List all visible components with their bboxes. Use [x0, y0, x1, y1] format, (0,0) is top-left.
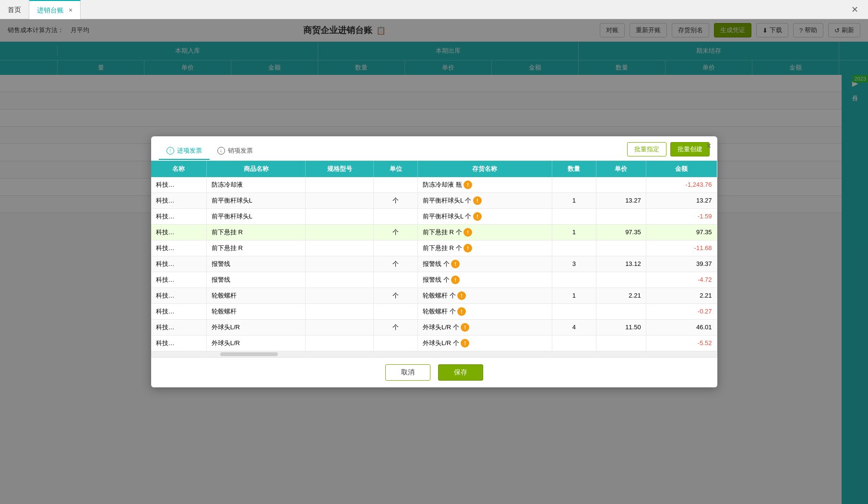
cell-unit — [374, 272, 417, 288]
th-spec: 规格型号 — [306, 161, 374, 177]
cell-spec — [306, 256, 374, 272]
cell-spec — [306, 208, 374, 224]
table-row[interactable]: 科技… 报警线 报警线 个 ! -4.72 — [151, 272, 717, 288]
table-row[interactable]: 科技… 前下悬挂 R 个 前下悬挂 R 个 ! 1 97.35 97.35 — [151, 224, 717, 240]
cell-spec — [306, 240, 374, 256]
tab-sales-invoice[interactable]: ↓ 销项发票 — [210, 143, 261, 160]
table-row[interactable]: 科技… 前平衡杆球头L 个 前平衡杆球头L 个 ! 1 13.27 13.27 — [151, 192, 717, 208]
cell-price — [596, 303, 646, 319]
cell-price: 2.21 — [596, 288, 646, 303]
tab-active-label: 进销台账 — [37, 0, 64, 20]
cell-unit — [374, 303, 417, 319]
horizontal-scrollbar[interactable] — [151, 351, 717, 357]
cell-stock-name: 外球头L/R 个 ! — [417, 335, 552, 351]
cell-stock-name: 防冻冷却液 瓶 ! — [417, 177, 552, 193]
tab-home[interactable]: 首页 — [0, 0, 29, 19]
table-row[interactable]: 科技… 轮毂螺杆 个 轮毂螺杆 个 ! 1 2.21 2.21 — [151, 288, 717, 303]
cell-name: 科技… — [151, 224, 207, 240]
warning-icon: ! — [464, 180, 472, 189]
modal-close-button[interactable]: × — [706, 141, 712, 151]
cell-price: 11.50 — [596, 319, 646, 335]
cell-amount: -1.59 — [646, 208, 717, 224]
cell-amount: -5.52 — [646, 335, 717, 351]
cell-stock-name: 前下悬挂 R 个 ! — [417, 240, 552, 256]
cell-name: 科技… — [151, 192, 207, 208]
batch-assign-button[interactable]: 批量指定 — [627, 142, 666, 156]
th-amount: 金额 — [646, 161, 717, 177]
cell-spec — [306, 272, 374, 288]
cell-name: 科技… — [151, 288, 207, 303]
table-row[interactable]: 科技… 报警线 个 报警线 个 ! 3 13.12 39.37 — [151, 256, 717, 272]
tab-purchase-invoice[interactable]: ↑ 进项发票 — [159, 143, 210, 160]
table-row[interactable]: 科技… 防冻冷却液 防冻冷却液 瓶 ! -1,243.76 — [151, 177, 717, 193]
cell-unit — [374, 208, 417, 224]
modal-dialog: ↑ 进项发票 ↓ 销项发票 批量指定 批量创建 × 名称 — [151, 136, 717, 387]
tab-active[interactable]: 进销台账 × — [29, 0, 81, 19]
tab-close-icon[interactable]: × — [69, 0, 72, 20]
cell-unit — [374, 335, 417, 351]
cell-product: 报警线 — [206, 272, 306, 288]
warning-icon: ! — [457, 291, 466, 300]
save-button[interactable]: 保存 — [438, 364, 483, 381]
cell-stock-name: 前平衡杆球头L 个 ! — [417, 208, 552, 224]
th-qty: 数量 — [552, 161, 596, 177]
cell-unit: 个 — [374, 224, 417, 240]
th-stock: 存货名称 — [417, 161, 552, 177]
cell-name: 科技… — [151, 272, 207, 288]
cell-qty — [552, 208, 596, 224]
table-row[interactable]: 科技… 轮毂螺杆 轮毂螺杆 个 ! -0.27 — [151, 303, 717, 319]
scroll-thumb[interactable] — [220, 352, 278, 356]
cell-price: 13.27 — [596, 192, 646, 208]
sales-tab-icon: ↓ — [217, 147, 225, 155]
table-row[interactable]: 科技… 外球头L/R 外球头L/R 个 ! -5.52 — [151, 335, 717, 351]
warning-icon: ! — [473, 212, 482, 221]
table-header-row: 名称 商品名称 规格型号 单位 存货名称 数量 单价 金额 — [151, 161, 717, 177]
cell-stock-name: 报警线 个 ! — [417, 256, 552, 272]
cell-unit — [374, 240, 417, 256]
cell-qty: 1 — [552, 288, 596, 303]
th-price: 单价 — [596, 161, 646, 177]
modal-header-actions: 批量指定 批量创建 — [627, 142, 710, 160]
cell-amount: 97.35 — [646, 224, 717, 240]
table-row[interactable]: 科技… 前平衡杆球头L 前平衡杆球头L 个 ! -1.59 — [151, 208, 717, 224]
cell-name: 科技… — [151, 319, 207, 335]
cell-spec — [306, 303, 374, 319]
cell-product: 轮毂螺杆 — [206, 288, 306, 303]
cell-qty: 1 — [552, 224, 596, 240]
cell-stock-name: 外球头L/R 个 ! — [417, 319, 552, 335]
window-close-button[interactable]: ✕ — [846, 4, 863, 15]
cell-amount: 46.01 — [646, 319, 717, 335]
cell-stock-name: 报警线 个 ! — [417, 272, 552, 288]
table-row[interactable]: 科技… 前下悬挂 R 前下悬挂 R 个 ! -11.68 — [151, 240, 717, 256]
cancel-button[interactable]: 取消 — [385, 364, 430, 381]
cell-price — [596, 208, 646, 224]
cell-price — [596, 240, 646, 256]
cell-stock-name: 轮毂螺杆 个 ! — [417, 288, 552, 303]
batch-create-button[interactable]: 批量创建 — [670, 142, 710, 156]
warning-icon: ! — [457, 307, 466, 316]
cell-price: 13.12 — [596, 256, 646, 272]
modal-footer: 取消 保存 — [151, 357, 717, 387]
cell-amount: -4.72 — [646, 272, 717, 288]
cell-name: 科技… — [151, 256, 207, 272]
th-unit: 单位 — [374, 161, 417, 177]
table-row[interactable]: 科技… 外球头L/R 个 外球头L/R 个 ! 4 11.50 46.01 — [151, 319, 717, 335]
cell-spec — [306, 192, 374, 208]
cell-name: 科技… — [151, 303, 207, 319]
cell-amount: -11.68 — [646, 240, 717, 256]
cell-name: 科技… — [151, 335, 207, 351]
cell-amount: -1,243.76 — [646, 177, 717, 193]
cell-qty — [552, 272, 596, 288]
warning-icon: ! — [464, 244, 472, 252]
cell-amount: 2.21 — [646, 288, 717, 303]
cell-stock-name: 前平衡杆球头L 个 ! — [417, 192, 552, 208]
cell-price — [596, 177, 646, 193]
cell-product: 外球头L/R — [206, 335, 306, 351]
cell-qty — [552, 240, 596, 256]
cell-unit: 个 — [374, 256, 417, 272]
cell-product: 前下悬挂 R — [206, 224, 306, 240]
cell-product: 轮毂螺杆 — [206, 303, 306, 319]
cell-product: 前下悬挂 R — [206, 240, 306, 256]
warning-icon: ! — [461, 339, 469, 348]
cell-price — [596, 335, 646, 351]
